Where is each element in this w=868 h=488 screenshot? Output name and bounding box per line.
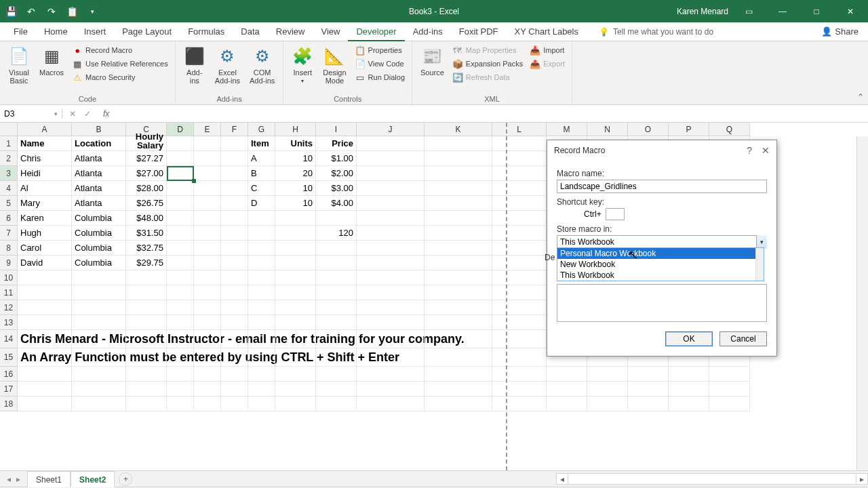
cell[interactable] [316, 367, 357, 382]
redo-icon[interactable]: ↷ [45, 5, 58, 18]
cell[interactable]: Al [18, 181, 72, 196]
cell[interactable] [221, 270, 248, 285]
cell[interactable] [248, 348, 275, 367]
cell[interactable] [425, 270, 492, 285]
cell[interactable] [425, 396, 492, 411]
cell[interactable] [221, 196, 248, 211]
cell[interactable] [357, 136, 425, 151]
cell[interactable] [18, 270, 72, 285]
cell[interactable]: $1.00 [316, 151, 357, 166]
cell[interactable] [194, 300, 221, 315]
row-header-2[interactable]: 2 [0, 151, 18, 166]
cell[interactable] [126, 300, 167, 315]
cell[interactable] [492, 382, 547, 396]
tab-formulas[interactable]: Formulas [180, 22, 233, 41]
cell[interactable] [357, 196, 425, 211]
cell[interactable]: Karen [18, 211, 72, 226]
cell[interactable] [547, 396, 587, 411]
insert-control-button[interactable]: 🧩Insert▾ [289, 44, 316, 85]
cell[interactable] [357, 315, 425, 330]
tab-home[interactable]: Home [36, 22, 76, 41]
cell[interactable] [492, 330, 547, 348]
tab-nav-next-icon[interactable]: ▸ [16, 474, 20, 484]
cell[interactable] [167, 285, 194, 300]
cell[interactable] [316, 396, 357, 411]
cell[interactable] [316, 241, 357, 256]
collapse-ribbon-icon[interactable]: ⌃ [857, 92, 864, 102]
cell[interactable] [167, 348, 194, 367]
col-header-P[interactable]: P [669, 123, 709, 136]
name-box[interactable]: D3▾ [0, 109, 62, 119]
cell[interactable] [492, 226, 547, 241]
col-header-L[interactable]: L [492, 123, 547, 136]
description-input[interactable] [557, 284, 767, 322]
cell[interactable] [316, 348, 357, 367]
cell[interactable] [248, 256, 275, 270]
cell[interactable] [194, 315, 221, 330]
share-button[interactable]: 👤Share [821, 26, 859, 37]
row-header-5[interactable]: 5 [0, 196, 18, 211]
cell[interactable] [587, 367, 628, 382]
cell[interactable] [275, 396, 316, 411]
cell[interactable] [72, 300, 126, 315]
cell[interactable] [492, 181, 547, 196]
cell[interactable] [248, 211, 275, 226]
cell[interactable] [167, 270, 194, 285]
cell[interactable] [587, 382, 628, 396]
cell[interactable] [126, 382, 167, 396]
cell[interactable] [357, 367, 425, 382]
cell[interactable]: Mary [18, 196, 72, 211]
cell[interactable] [275, 300, 316, 315]
cell[interactable]: Columbia [72, 211, 126, 226]
tab-data[interactable]: Data [233, 22, 267, 41]
cell[interactable] [221, 211, 248, 226]
cell[interactable] [221, 226, 248, 241]
dropdown-option[interactable]: This Workbook [557, 270, 764, 281]
qat-dropdown-icon[interactable]: ▾ [85, 5, 99, 18]
cell[interactable] [709, 382, 750, 396]
macro-name-input[interactable] [557, 180, 767, 193]
cell[interactable] [194, 382, 221, 396]
cell[interactable] [628, 382, 669, 396]
cell[interactable] [357, 285, 425, 300]
cell[interactable] [248, 226, 275, 241]
cell[interactable] [357, 348, 425, 367]
minimize-icon[interactable]: — [769, 5, 796, 18]
col-header-Q[interactable]: Q [709, 123, 750, 136]
cell[interactable] [248, 300, 275, 315]
cell[interactable] [126, 367, 167, 382]
hscroll-left-icon[interactable]: ◂ [557, 474, 568, 484]
macro-security-button[interactable]: ⚠Macro Security [71, 71, 170, 83]
combo-dropdown-icon[interactable]: ▾ [756, 235, 767, 249]
import-button[interactable]: 📥Import [528, 44, 566, 56]
cell[interactable] [126, 348, 167, 367]
col-header-A[interactable]: A [18, 123, 72, 136]
sheet-tab-sheet2[interactable]: Sheet2 [71, 471, 115, 487]
cell[interactable] [248, 285, 275, 300]
cell[interactable] [221, 367, 248, 382]
cell[interactable] [425, 151, 492, 166]
cell[interactable] [492, 285, 547, 300]
row-header-15[interactable]: 15 [0, 348, 18, 367]
cell[interactable] [357, 166, 425, 181]
design-mode-button[interactable]: 📐Design Mode [320, 44, 349, 86]
horizontal-scrollbar[interactable]: ◂ ▸ [556, 473, 868, 485]
cell[interactable] [492, 348, 547, 367]
cell[interactable]: A [248, 151, 275, 166]
cell[interactable]: $27.00 [126, 166, 167, 181]
cell[interactable]: Units [275, 136, 316, 151]
cell[interactable] [194, 166, 221, 181]
cell[interactable] [72, 330, 126, 348]
cell[interactable] [167, 241, 194, 256]
cell[interactable] [275, 367, 316, 382]
row-headers[interactable]: 123456789101112131415161718 [0, 136, 18, 411]
vertical-scrollbar[interactable] [856, 136, 868, 470]
cell[interactable] [628, 396, 669, 411]
cell[interactable] [492, 367, 547, 382]
cell[interactable] [425, 300, 492, 315]
cell[interactable] [275, 270, 316, 285]
col-header-O[interactable]: O [628, 123, 669, 136]
cell[interactable] [248, 367, 275, 382]
row-header-6[interactable]: 6 [0, 211, 18, 226]
cell[interactable] [221, 330, 248, 348]
